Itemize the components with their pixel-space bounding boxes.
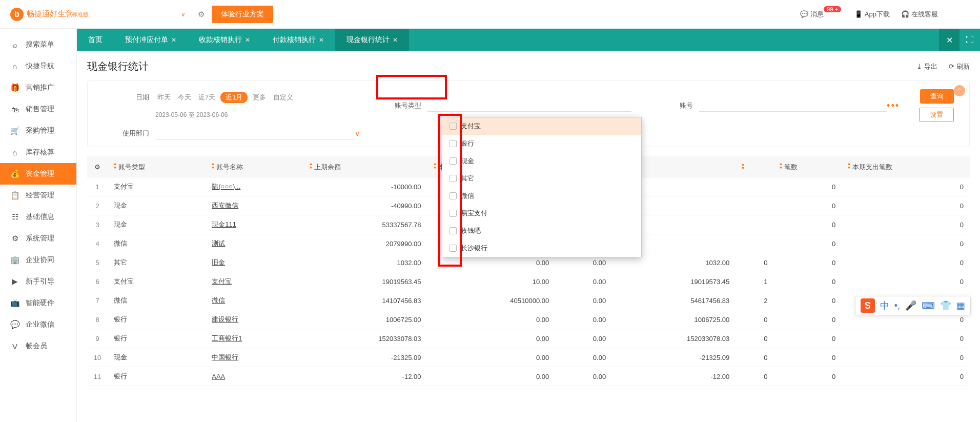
col-header-2[interactable]: ▴▾上期余额: [303, 156, 427, 177]
date-shortcut-2[interactable]: 近7天: [196, 92, 217, 103]
cell[interactable]: 微信: [206, 291, 303, 310]
col-header-7[interactable]: ▴▾笔数: [773, 156, 842, 177]
table-settings-button[interactable]: ⚙: [87, 156, 108, 177]
cell[interactable]: AAA: [206, 367, 303, 386]
date-shortcut-1[interactable]: 今天: [176, 92, 193, 103]
tab-0[interactable]: 首页: [77, 29, 114, 51]
date-shortcut-0[interactable]: 昨天: [155, 92, 173, 103]
close-icon[interactable]: ✕: [319, 36, 324, 44]
checkbox[interactable]: [450, 140, 457, 147]
cell[interactable]: 现金111: [206, 215, 303, 234]
cell[interactable]: 西安微信: [206, 196, 303, 215]
dept-input[interactable]: [155, 127, 355, 139]
more-filters-button[interactable]: •••: [887, 101, 900, 111]
checkbox[interactable]: [450, 227, 457, 234]
chevron-down-icon[interactable]: ∨: [355, 129, 360, 137]
close-icon[interactable]: ✕: [393, 36, 398, 44]
acct-name-link[interactable]: 工商银行1: [212, 334, 242, 342]
sidebar-item-7[interactable]: 📋经营管理: [0, 185, 76, 206]
checkbox[interactable]: [450, 175, 457, 182]
sidebar-item-11[interactable]: ▶新手引导: [0, 271, 76, 292]
messages-link[interactable]: 💬 消息 99 +: [800, 10, 843, 19]
ime-skin-icon[interactable]: 👕: [940, 300, 951, 311]
checkbox[interactable]: [450, 210, 457, 217]
checkbox[interactable]: [450, 157, 457, 165]
cell[interactable]: 支付宝: [206, 272, 303, 291]
fullscreen-button[interactable]: ⛶: [959, 29, 980, 51]
query-button[interactable]: 查询: [920, 89, 954, 104]
ime-toolbar[interactable]: S 中 •, 🎤 ⌨ 👕 ▦: [855, 296, 971, 315]
col-header-0[interactable]: ▴▾账号类型: [108, 156, 206, 177]
dropdown-option-4[interactable]: 微信: [442, 187, 641, 205]
sidebar-item-0[interactable]: ⌕搜索菜单: [0, 34, 76, 55]
ime-punct-icon[interactable]: •,: [894, 300, 900, 311]
acct-type-dropdown[interactable]: 支付宝银行现金其它微信易宝支付收钱吧长沙银行: [442, 117, 642, 257]
acct-name-link[interactable]: 中国银行: [212, 353, 238, 361]
date-shortcut-5[interactable]: 自定义: [271, 92, 295, 103]
settings-icon[interactable]: ⚙: [198, 10, 205, 19]
ime-toolbox-icon[interactable]: ▦: [956, 300, 965, 311]
dropdown-option-0[interactable]: 支付宝: [442, 117, 641, 135]
sidebar-item-13[interactable]: 💬企业微信: [0, 314, 76, 335]
dropdown-option-5[interactable]: 易宝支付: [442, 205, 641, 222]
close-icon[interactable]: ✕: [171, 36, 176, 44]
acct-name-link[interactable]: 建设银行: [212, 315, 238, 323]
checkbox[interactable]: [450, 245, 457, 252]
acct-name-link[interactable]: 微信: [212, 296, 225, 304]
close-icon[interactable]: ✕: [245, 36, 250, 44]
sidebar-item-3[interactable]: 🛍销售管理: [0, 98, 76, 120]
ime-mic-icon[interactable]: 🎤: [905, 300, 916, 311]
acct-name-link[interactable]: 旧金: [212, 258, 225, 266]
tab-1[interactable]: 预付冲应付单✕: [114, 29, 188, 51]
sidebar-item-10[interactable]: 🏢企业协同: [0, 249, 76, 271]
collapse-filter-button[interactable]: ⌃: [954, 85, 965, 96]
cell[interactable]: 中国银行: [206, 348, 303, 367]
acct-input[interactable]: [699, 99, 887, 112]
sidebar-item-8[interactable]: ☷基础信息: [0, 206, 76, 228]
acct-name-link[interactable]: AAA: [212, 373, 225, 380]
ime-keyboard-icon[interactable]: ⌨: [922, 300, 935, 311]
ime-mode[interactable]: 中: [880, 299, 889, 312]
col-header-1[interactable]: ▴▾账号名称: [206, 156, 303, 177]
acct-name-link[interactable]: 测试: [212, 239, 225, 247]
dropdown-option-2[interactable]: 现金: [442, 152, 641, 170]
tab-4[interactable]: 现金银行统计✕: [335, 29, 409, 51]
acct-name-link[interactable]: 现金111: [212, 220, 236, 228]
sidebar-item-5[interactable]: ⌂库存核算: [0, 142, 76, 163]
acct-name-link[interactable]: 西安微信: [212, 202, 238, 209]
sidebar-item-9[interactable]: ⚙系统管理: [0, 228, 76, 249]
sidebar-item-12[interactable]: 📺智能硬件: [0, 292, 76, 314]
tab-2[interactable]: 收款核销执行✕: [188, 29, 261, 51]
acct-name-link[interactable]: 支付宝: [212, 277, 232, 285]
cell[interactable]: 测试: [206, 234, 303, 253]
sidebar-item-2[interactable]: 🎁营销推广: [0, 77, 76, 98]
customer-service-link[interactable]: 🎧在线客服: [901, 10, 938, 19]
export-button[interactable]: ⤓ 导出: [916, 62, 937, 71]
cell[interactable]: 旧金: [206, 253, 303, 272]
date-shortcut-4[interactable]: 更多: [251, 92, 268, 103]
try-industry-button[interactable]: 体验行业方案: [212, 6, 273, 23]
col-header-6[interactable]: ▴▾: [736, 156, 773, 177]
sidebar-item-14[interactable]: V畅会员: [0, 335, 76, 357]
close-tab-button[interactable]: ✕: [939, 29, 959, 51]
checkbox[interactable]: [450, 123, 457, 130]
cell[interactable]: 建设银行: [206, 310, 303, 329]
dropdown-option-6[interactable]: 收钱吧: [442, 222, 641, 239]
cell[interactable]: 陆(○○○)...: [206, 177, 303, 196]
acct-type-input[interactable]: [427, 99, 632, 112]
org-selector[interactable]: ∨: [104, 11, 186, 18]
refresh-button[interactable]: ⟳ 刷新: [949, 62, 970, 71]
sidebar-item-4[interactable]: 🛒采购管理: [0, 120, 76, 142]
dropdown-option-7[interactable]: 长沙银行: [442, 239, 641, 257]
dropdown-option-3[interactable]: 其它: [442, 170, 641, 187]
acct-name-link[interactable]: 陆(○○○)...: [212, 183, 240, 190]
app-download-link[interactable]: 📱App下载: [854, 10, 890, 19]
dropdown-option-1[interactable]: 银行: [442, 135, 641, 152]
sidebar-item-6[interactable]: 💰资金管理: [0, 163, 76, 185]
cell[interactable]: 工商银行1: [206, 329, 303, 348]
filter-settings-button[interactable]: 设置: [919, 108, 954, 122]
date-shortcut-3[interactable]: 近1月: [220, 92, 248, 103]
sidebar-item-1[interactable]: ⌂快捷导航: [0, 55, 76, 77]
checkbox[interactable]: [450, 192, 457, 199]
col-header-8[interactable]: ▴▾本期支出笔数: [842, 156, 970, 177]
